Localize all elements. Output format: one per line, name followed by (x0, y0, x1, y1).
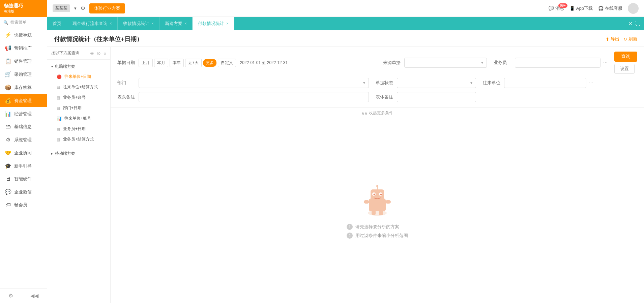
body-remark-input[interactable] (397, 92, 476, 102)
settings-btn-form[interactable]: 设置 (614, 64, 635, 74)
collapse-btn[interactable]: ∧∧ 收起更多条件 (111, 107, 644, 119)
user-dropdown[interactable]: ▾ (74, 6, 77, 11)
sidebar-item-system[interactable]: ⚙系统管理 (0, 133, 47, 146)
wechat-label: 企业微信 (14, 189, 32, 195)
this-month-btn[interactable]: 本月 (154, 59, 168, 67)
sidebar-item-sales[interactable]: 📋销售管理 (0, 55, 47, 68)
voucher-status-select[interactable]: ▾ (397, 78, 476, 88)
scheme-label-dept-date: 部门+日期 (63, 105, 82, 111)
refresh-icon: ↻ (623, 37, 627, 42)
staff-more-btn[interactable]: ··· (603, 60, 608, 66)
sidebar-item-capital[interactable]: 💰资金管理 (0, 94, 47, 107)
export-label: 导出 (611, 36, 619, 42)
tip-text-1: 请先选择要分析的方案 (355, 224, 399, 230)
service-label: 在线客服 (605, 5, 622, 11)
tip-num-1: 1 (347, 224, 353, 230)
wechat-icon: 💬 (5, 189, 11, 195)
voucher-status-field: 单据状态 ▾ (376, 78, 476, 88)
more-date-btn[interactable]: 更多 (203, 59, 216, 67)
collapse-sidebar-btn[interactable]: ◀◀ (29, 291, 40, 300)
try-industry-btn[interactable]: 体验行业方案 (89, 3, 125, 13)
sidebar-item-guide[interactable]: 🎓新手引导 (0, 159, 47, 173)
sidebar-bottom: ⚙ ◀◀ (0, 288, 47, 303)
scheme-group-header-desktop[interactable]: ▾电脑端方案 (47, 62, 110, 71)
scheme-item-staff-settle[interactable]: ▦业务员+结算方式 (47, 134, 110, 145)
manage-scheme-icon[interactable]: ⊙ (97, 51, 101, 56)
sidebar-item-purchase[interactable]: 🛒采购管理 (0, 68, 47, 81)
add-scheme-icon[interactable]: ⊕ (90, 51, 94, 56)
scheme-item-unit-account[interactable]: 📊往来单位+账号 (47, 113, 110, 124)
unit-select[interactable] (504, 78, 586, 88)
tab-home[interactable]: 首页 (47, 17, 67, 30)
scheme-item-unit-date[interactable]: 🔴往来单位+日期 (47, 71, 110, 82)
top-header-right: 💬 消息 99+ 📱 App下载 🎧 在线客服 (549, 3, 639, 14)
dept-select[interactable]: ▾ (139, 78, 369, 88)
unit-more-btn[interactable]: ··· (589, 80, 593, 86)
group-label-mobile: 移动端方案 (55, 151, 75, 156)
sidebar-item-wechat[interactable]: 💬企业微信 (0, 185, 47, 199)
last-month-btn[interactable]: 上月 (139, 59, 153, 67)
main-area: 某某某 ▾ ⚙ 体验行业方案 💬 消息 99+ 📱 App下载 🎧 在线客服 首… (47, 0, 644, 303)
top-settings-icon[interactable]: ⚙ (81, 5, 85, 11)
tab-close-payment-stat[interactable]: × (226, 21, 229, 26)
expand-tab-icon[interactable]: ⛶ (635, 21, 641, 27)
sidebar-item-quick-nav[interactable]: ⚡快捷导航 (0, 28, 47, 41)
last-7-days-btn[interactable]: 近7天 (185, 59, 202, 67)
app-download-btn[interactable]: 📱 App下载 (569, 5, 593, 11)
purchase-icon: 🛒 (5, 71, 11, 78)
online-service-btn[interactable]: 🎧 在线客服 (598, 5, 622, 11)
tab-close-receivable[interactable]: × (151, 21, 154, 26)
logo-sub: 标准版 (4, 9, 23, 14)
collapse-icon: ∧∧ (361, 111, 368, 116)
scheme-item-dept-date[interactable]: ▦部门+日期 (47, 103, 110, 113)
empty-state: 1 请先选择要分析的方案 2 用过滤条件来缩小分析范围 (111, 119, 644, 303)
user-avatar[interactable] (628, 3, 639, 14)
export-btn[interactable]: ⬆ 导出 (606, 36, 619, 42)
group-arrow-mobile: ▸ (51, 152, 53, 155)
page-title: 付款情况统计（往来单位+日期） (54, 35, 143, 43)
messages-btn[interactable]: 💬 消息 99+ (549, 5, 564, 11)
collapse-scheme-icon[interactable]: « (104, 51, 106, 56)
sidebar-item-hardware[interactable]: 🖥智能硬件 (0, 173, 47, 185)
sidebar-item-base[interactable]: 🗃基础信息 (0, 120, 47, 133)
tab-receivable[interactable]: 收款情况统计× (118, 17, 159, 30)
page-header: 付款情况统计（往来单位+日期） ⬆ 导出 ↻ 刷新 (47, 30, 644, 47)
quick-nav-icon: ⚡ (5, 32, 11, 38)
tab-payment-stat[interactable]: 付款情况统计× (193, 17, 234, 30)
staff-select[interactable] (515, 58, 601, 68)
base-icon: 🗃 (5, 124, 11, 130)
source-field: 来源单据 ▾ (383, 58, 487, 68)
close-tab-icon[interactable]: ✕ (628, 21, 633, 27)
custom-date-btn[interactable]: 自定义 (218, 59, 236, 67)
scheme-icon-dept-date: ▦ (57, 106, 60, 111)
sidebar-item-inventory[interactable]: 📦库存核算 (0, 81, 47, 94)
this-year-btn[interactable]: 本年 (170, 59, 184, 67)
tab-new-scheme[interactable]: 新建方案× (159, 17, 193, 30)
scheme-item-unit-settle[interactable]: ▦往来单位+结算方式 (47, 82, 110, 92)
search-label: 搜索菜单 (10, 20, 27, 25)
header-remark-field: 表头备注 (117, 92, 369, 102)
query-btn[interactable]: 查询 (614, 52, 637, 62)
sidebar-search[interactable]: 🔍 搜索菜单 (0, 17, 47, 28)
refresh-btn[interactable]: ↻ 刷新 (623, 36, 637, 42)
voucher-status-label: 单据状态 (376, 80, 394, 86)
tab-items: 首页现金银行流水查询×收款情况统计×新建方案×付款情况统计× (47, 17, 234, 30)
tab-close-new-scheme[interactable]: × (184, 21, 187, 26)
tab-bar-actions: ✕ ⛶ (625, 17, 644, 30)
header-remark-label: 表头备注 (117, 94, 136, 100)
collapse-label: 收起更多条件 (369, 110, 393, 116)
scheme-item-staff-account[interactable]: ▦业务员+账号 (47, 92, 110, 103)
tab-close-bank[interactable]: × (110, 21, 112, 26)
scheme-icon-unit-date: 🔴 (57, 74, 62, 79)
header-remark-input[interactable] (139, 92, 369, 102)
settings-bottom-icon[interactable]: ⚙ (7, 291, 14, 300)
scheme-item-staff-date[interactable]: ▦业务员+日期 (47, 124, 110, 134)
capital-icon: 💰 (5, 97, 11, 104)
scheme-group-header-mobile[interactable]: ▸移动端方案 (47, 149, 110, 158)
tab-bank[interactable]: 现金银行流水查询× (67, 17, 118, 30)
sidebar-item-marketing[interactable]: 📢营销推广 (0, 41, 47, 55)
source-select[interactable]: ▾ (404, 58, 487, 68)
sidebar-item-member[interactable]: 🏷畅会员 (0, 199, 47, 211)
sidebar-item-operation[interactable]: 📊经营管理 (0, 107, 47, 120)
sidebar-item-corp[interactable]: 🤝企业协同 (0, 146, 47, 159)
